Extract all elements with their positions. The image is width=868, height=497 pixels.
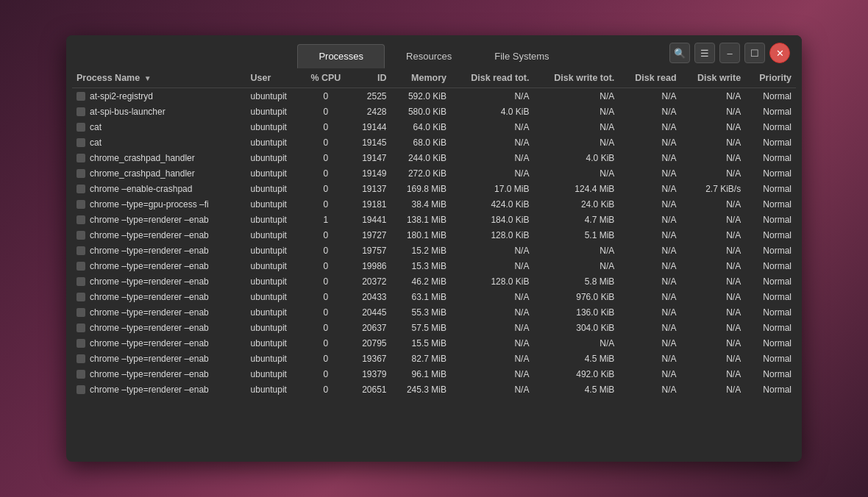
table-row[interactable]: chrome –type=renderer –enab ubuntupit 0 … [72, 227, 796, 243]
col-header-user[interactable]: User [246, 68, 302, 88]
cell-user: ubuntupit [246, 243, 302, 258]
minimize-button[interactable]: – [719, 43, 740, 63]
cell-disk-write-tot: 5.1 MiB [533, 227, 619, 243]
cell-id: 20372 [350, 273, 391, 289]
cell-disk-read: N/A [619, 243, 680, 258]
cell-id: 19441 [350, 212, 391, 227]
cell-disk-read-tot: 184.0 KiB [451, 212, 533, 227]
table-row[interactable]: at-spi-bus-launcher ubuntupit 0 2428 580… [72, 104, 796, 119]
cell-process-name: chrome –type=renderer –enab [72, 366, 246, 382]
cell-disk-write: N/A [681, 335, 746, 351]
cell-disk-read-tot: N/A [451, 351, 533, 366]
table-row[interactable]: cat ubuntupit 0 19144 64.0 KiB N/A N/A N… [72, 119, 796, 135]
cell-disk-write-tot: 4.7 MiB [533, 212, 619, 227]
window-controls: 🔍 ☰ – ☐ ✕ [669, 43, 790, 63]
tab-bar: Processes Resources File Systems [297, 44, 570, 68]
table-row[interactable]: chrome –type=renderer –enab ubuntupit 0 … [72, 335, 796, 351]
process-icon [77, 169, 85, 178]
cell-disk-read-tot: N/A [451, 382, 533, 397]
cell-id: 2525 [350, 88, 391, 104]
cell-disk-read: N/A [619, 212, 680, 227]
cell-disk-write-tot: N/A [533, 135, 619, 150]
cell-user: ubuntupit [246, 273, 302, 289]
table-row[interactable]: cat ubuntupit 0 19145 68.0 KiB N/A N/A N… [72, 135, 796, 150]
process-icon [77, 323, 85, 332]
table-row[interactable]: chrome –type=renderer –enab ubuntupit 0 … [72, 351, 796, 366]
cell-disk-write-tot: 24.0 KiB [533, 196, 619, 212]
close-button[interactable]: ✕ [769, 43, 790, 63]
cell-cpu: 0 [302, 351, 349, 366]
table-row[interactable]: chrome_crashpad_handler ubuntupit 0 1914… [72, 150, 796, 165]
cell-disk-write: N/A [681, 320, 746, 335]
cell-disk-write-tot: 304.0 KiB [533, 320, 619, 335]
process-icon [77, 262, 85, 271]
process-icon [77, 215, 85, 224]
cell-memory: 15.3 MiB [391, 258, 451, 273]
cell-priority: Normal [745, 165, 796, 181]
col-header-cpu[interactable]: % CPU [302, 68, 349, 88]
table-row[interactable]: chrome –enable-crashpad ubuntupit 0 1913… [72, 181, 796, 196]
cell-user: ubuntupit [246, 104, 302, 119]
cell-disk-read: N/A [619, 150, 680, 165]
cell-cpu: 0 [302, 304, 349, 320]
cell-disk-read: N/A [619, 119, 680, 135]
tab-processes[interactable]: Processes [297, 44, 385, 68]
cell-disk-read: N/A [619, 181, 680, 196]
table-row[interactable]: chrome –type=renderer –enab ubuntupit 0 … [72, 289, 796, 304]
search-button[interactable]: 🔍 [669, 43, 690, 63]
tab-filesystems[interactable]: File Systems [473, 44, 570, 68]
table-row[interactable]: chrome –type=renderer –enab ubuntupit 1 … [72, 212, 796, 227]
col-header-disk-write[interactable]: Disk write [681, 68, 746, 88]
menu-button[interactable]: ☰ [694, 43, 715, 63]
table-row[interactable]: chrome –type=renderer –enab ubuntupit 0 … [72, 258, 796, 273]
process-icon [77, 354, 85, 363]
table-row[interactable]: at-spi2-registryd ubuntupit 0 2525 592.0… [72, 88, 796, 104]
cell-user: ubuntupit [246, 335, 302, 351]
cell-cpu: 0 [302, 289, 349, 304]
tab-resources[interactable]: Resources [385, 44, 473, 68]
cell-user: ubuntupit [246, 88, 302, 104]
cell-cpu: 0 [302, 366, 349, 382]
cell-cpu: 0 [302, 119, 349, 135]
process-icon [77, 339, 85, 348]
maximize-button[interactable]: ☐ [744, 43, 765, 63]
cell-disk-read: N/A [619, 165, 680, 181]
col-header-disk-read-tot[interactable]: Disk read tot. [451, 68, 533, 88]
cell-process-name: at-spi-bus-launcher [72, 104, 246, 119]
col-header-priority[interactable]: Priority [745, 68, 796, 88]
table-row[interactable]: chrome –type=renderer –enab ubuntupit 0 … [72, 243, 796, 258]
table-row[interactable]: chrome –type=renderer –enab ubuntupit 0 … [72, 382, 796, 397]
table-row[interactable]: chrome_crashpad_handler ubuntupit 0 1914… [72, 165, 796, 181]
process-icon [77, 246, 85, 255]
cell-id: 19149 [350, 165, 391, 181]
cell-memory: 64.0 KiB [391, 119, 451, 135]
cell-cpu: 0 [302, 258, 349, 273]
cell-process-name: cat [72, 135, 246, 150]
cell-id: 19367 [350, 351, 391, 366]
cell-memory: 46.2 MiB [391, 273, 451, 289]
table-row[interactable]: chrome –type=gpu-process –fi ubuntupit 0… [72, 196, 796, 212]
sort-arrow: ▼ [144, 74, 152, 82]
cell-process-name: chrome –type=renderer –enab [72, 258, 246, 273]
col-header-disk-write-tot[interactable]: Disk write tot. [533, 68, 619, 88]
process-table: Process Name ▼ User % CPU ID Memory Disk… [72, 68, 796, 397]
col-header-memory[interactable]: Memory [391, 68, 451, 88]
cell-memory: 82.7 MiB [391, 351, 451, 366]
cell-disk-write-tot: N/A [533, 104, 619, 119]
cell-process-name: chrome –type=renderer –enab [72, 304, 246, 320]
cell-disk-read: N/A [619, 196, 680, 212]
cell-memory: 592.0 KiB [391, 88, 451, 104]
table-row[interactable]: chrome –type=renderer –enab ubuntupit 0 … [72, 304, 796, 320]
col-header-name[interactable]: Process Name ▼ [72, 68, 246, 88]
table-row[interactable]: chrome –type=renderer –enab ubuntupit 0 … [72, 366, 796, 382]
cell-priority: Normal [745, 196, 796, 212]
col-header-id[interactable]: ID [350, 68, 391, 88]
application-window: Processes Resources File Systems 🔍 ☰ – ☐… [66, 35, 802, 462]
cell-disk-write-tot: 4.5 MiB [533, 382, 619, 397]
process-icon [77, 293, 85, 301]
table-row[interactable]: chrome –type=renderer –enab ubuntupit 0 … [72, 320, 796, 335]
table-row[interactable]: chrome –type=renderer –enab ubuntupit 0 … [72, 273, 796, 289]
cell-cpu: 0 [302, 335, 349, 351]
cell-process-name: chrome_crashpad_handler [72, 150, 246, 165]
col-header-disk-read[interactable]: Disk read [619, 68, 680, 88]
